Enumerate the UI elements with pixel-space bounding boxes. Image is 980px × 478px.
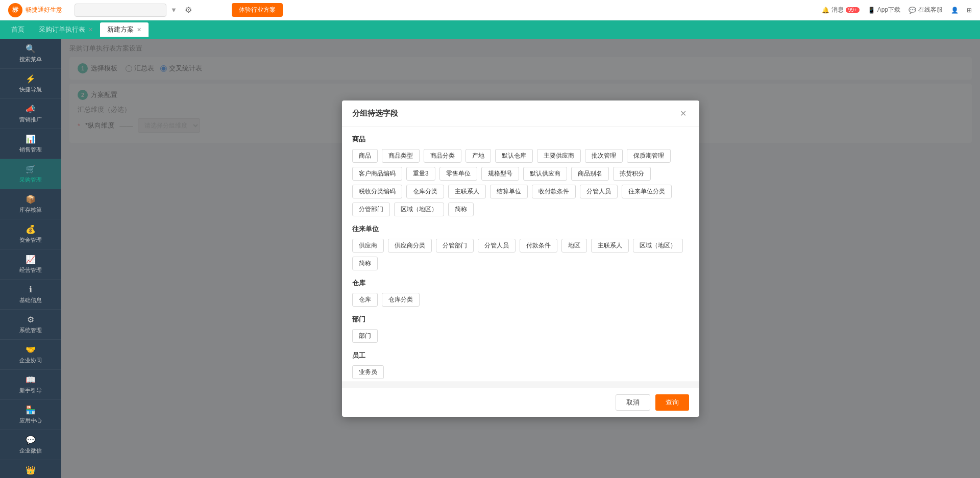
tag-product-12[interactable]: 默认供应商 bbox=[523, 167, 567, 181]
section-warehouse-title: 仓库 bbox=[352, 279, 689, 288]
sidebar-item-quick-nav[interactable]: ⚡ 快捷导航 bbox=[0, 69, 61, 99]
tag-product-3[interactable]: 产地 bbox=[465, 149, 491, 163]
tag-counterpart-6[interactable]: 主联系人 bbox=[591, 239, 629, 253]
sidebar-item-marketing[interactable]: 📣 营销推广 bbox=[0, 99, 61, 129]
tag-product-6[interactable]: 批次管理 bbox=[585, 149, 623, 163]
tag-product-18[interactable]: 结算单位 bbox=[490, 185, 528, 198]
header-search: ▼ ⚙ bbox=[75, 3, 228, 17]
tag-warehouse-1[interactable]: 仓库分类 bbox=[382, 293, 420, 307]
settings-icon[interactable]: ⚙ bbox=[181, 3, 195, 17]
tag-counterpart-5[interactable]: 地区 bbox=[561, 239, 587, 253]
tab-new-plan[interactable]: 新建方案 ✕ bbox=[100, 22, 149, 37]
tag-product-22[interactable]: 分管部门 bbox=[352, 203, 390, 216]
tab-close-new-plan[interactable]: ✕ bbox=[137, 27, 141, 33]
sidebar-item-inventory[interactable]: 📦 库存核算 bbox=[0, 189, 61, 219]
modal-body[interactable]: 商品 商品 商品类型 商品分类 产地 默认仓库 主要供应商 批次管理 保质期管理… bbox=[342, 127, 699, 382]
confirm-button[interactable]: 查询 bbox=[655, 394, 689, 411]
employee-field-tags: 业务员 bbox=[352, 365, 689, 379]
tag-product-17[interactable]: 主联系人 bbox=[448, 185, 486, 198]
sidebar-item-basic-info[interactable]: ℹ 基础信息 bbox=[0, 280, 61, 310]
expand-button[interactable]: ⊞ bbox=[967, 7, 972, 14]
nav-tabs: 首页 采购订单执行表 ✕ 新建方案 ✕ bbox=[0, 20, 980, 39]
tab-home[interactable]: 首页 bbox=[4, 22, 32, 37]
tag-product-15[interactable]: 税收分类编码 bbox=[352, 185, 402, 198]
notification-label: 消息 bbox=[831, 6, 844, 14]
tag-product-4[interactable]: 默认仓库 bbox=[495, 149, 533, 163]
tag-counterpart-8[interactable]: 简称 bbox=[352, 257, 378, 270]
user-icon: 👤 bbox=[951, 7, 959, 14]
sidebar-item-purchase[interactable]: 🛒 采购管理 bbox=[0, 159, 61, 189]
tag-product-23[interactable]: 区域（地区） bbox=[394, 203, 444, 216]
sidebar: 🔍 搜索菜单 ⚡ 快捷导航 📣 营销推广 📊 销售管理 🛒 采购管理 📦 库存核… bbox=[0, 39, 61, 478]
download-icon: 📱 bbox=[868, 7, 875, 14]
section-department: 部门 部门 bbox=[352, 315, 689, 343]
system-icon: ⚙ bbox=[27, 315, 34, 324]
sidebar-item-search[interactable]: 🔍 搜索菜单 bbox=[0, 39, 61, 69]
section-department-title: 部门 bbox=[352, 315, 689, 324]
tag-counterpart-1[interactable]: 供应商分类 bbox=[388, 239, 432, 253]
content-area: 采购订单执行表方案设置 1 选择模板 汇总表 交叉统计表 bbox=[61, 39, 980, 478]
tag-product-2[interactable]: 商品分类 bbox=[424, 149, 461, 163]
tag-product-8[interactable]: 客户商品编码 bbox=[352, 167, 402, 181]
section-product: 商品 商品 商品类型 商品分类 产地 默认仓库 主要供应商 批次管理 保质期管理… bbox=[352, 135, 689, 216]
sidebar-item-guide[interactable]: 📖 新手引导 bbox=[0, 370, 61, 400]
operations-icon: 📈 bbox=[26, 255, 36, 264]
sidebar-item-wechat[interactable]: 💬 企业微信 bbox=[0, 430, 61, 460]
cancel-button[interactable]: 取消 bbox=[616, 394, 650, 411]
sales-icon: 📊 bbox=[26, 134, 36, 144]
notification-item[interactable]: 🔔 消息 99+ bbox=[822, 6, 860, 14]
tag-counterpart-0[interactable]: 供应商 bbox=[352, 239, 384, 253]
tag-counterpart-4[interactable]: 付款条件 bbox=[520, 239, 557, 253]
tag-product-14[interactable]: 拣货积分 bbox=[613, 167, 651, 181]
tag-product-11[interactable]: 规格型号 bbox=[481, 167, 519, 181]
tag-product-19[interactable]: 收付款条件 bbox=[532, 185, 576, 198]
sidebar-item-app-center[interactable]: 🏪 应用中心 bbox=[0, 400, 61, 430]
tag-employee-0[interactable]: 业务员 bbox=[352, 365, 384, 379]
trial-button[interactable]: 体验行业方案 bbox=[232, 3, 283, 17]
sidebar-item-system[interactable]: ⚙ 系统管理 bbox=[0, 310, 61, 340]
tag-product-21[interactable]: 往来单位分类 bbox=[622, 185, 672, 198]
tag-department-0[interactable]: 部门 bbox=[352, 329, 378, 343]
user-avatar[interactable]: 👤 bbox=[951, 7, 959, 14]
expand-icon: ⊞ bbox=[967, 7, 972, 14]
tag-product-1[interactable]: 商品类型 bbox=[382, 149, 420, 163]
sidebar-item-finance[interactable]: 💰 资金管理 bbox=[0, 219, 61, 249]
tab-close-purchase[interactable]: ✕ bbox=[88, 27, 93, 33]
purchase-icon: 🛒 bbox=[26, 164, 36, 174]
tag-product-10[interactable]: 零售单位 bbox=[439, 167, 477, 181]
online-support-item[interactable]: 💬 在线客服 bbox=[909, 6, 943, 14]
sidebar-item-member[interactable]: 👑 畅会员 bbox=[0, 460, 61, 478]
main-layout: 🔍 搜索菜单 ⚡ 快捷导航 📣 营销推广 📊 销售管理 🛒 采购管理 📦 库存核… bbox=[0, 39, 980, 478]
sidebar-item-sales[interactable]: 📊 销售管理 bbox=[0, 129, 61, 159]
tag-product-20[interactable]: 分管人员 bbox=[580, 185, 618, 198]
modal-horizontal-scrollbar[interactable] bbox=[342, 382, 699, 388]
notification-icon: 🔔 bbox=[822, 7, 829, 14]
tag-product-9[interactable]: 重量3 bbox=[406, 167, 435, 181]
tag-product-16[interactable]: 仓库分类 bbox=[406, 185, 444, 198]
search-icon: 🔍 bbox=[26, 44, 36, 54]
tag-product-0[interactable]: 商品 bbox=[352, 149, 378, 163]
tag-product-7[interactable]: 保质期管理 bbox=[627, 149, 671, 163]
app-center-icon: 🏪 bbox=[26, 405, 36, 415]
search-input[interactable] bbox=[75, 4, 166, 17]
section-employee: 员工 业务员 bbox=[352, 351, 689, 379]
finance-icon: 💰 bbox=[26, 224, 36, 234]
tag-product-5[interactable]: 主要供应商 bbox=[537, 149, 581, 163]
logo-icon: 标 bbox=[8, 3, 22, 17]
sidebar-item-collab[interactable]: 🤝 企业协同 bbox=[0, 340, 61, 370]
quick-nav-icon: ⚡ bbox=[26, 74, 36, 84]
tag-warehouse-0[interactable]: 仓库 bbox=[352, 293, 378, 307]
modal-close-button[interactable]: ✕ bbox=[677, 108, 689, 120]
modal-overlay: 分组待选字段 ✕ 商品 商品 商品类型 商品分类 产地 默认仓库 bbox=[61, 39, 980, 478]
tab-purchase-exec[interactable]: 采购订单执行表 ✕ bbox=[32, 22, 100, 37]
tag-product-13[interactable]: 商品别名 bbox=[571, 167, 609, 181]
tag-product-24[interactable]: 简称 bbox=[448, 203, 474, 216]
tag-counterpart-2[interactable]: 分管部门 bbox=[436, 239, 474, 253]
tag-counterpart-3[interactable]: 分管人员 bbox=[478, 239, 516, 253]
header-right: 🔔 消息 99+ 📱 App下载 💬 在线客服 👤 ⊞ bbox=[822, 6, 972, 14]
basic-info-icon: ℹ bbox=[29, 285, 32, 294]
sidebar-item-operations[interactable]: 📈 经营管理 bbox=[0, 249, 61, 280]
tag-counterpart-7[interactable]: 区域（地区） bbox=[633, 239, 683, 253]
chevron-down-icon[interactable]: ▼ bbox=[170, 6, 177, 14]
app-download-item[interactable]: 📱 App下载 bbox=[868, 6, 900, 14]
